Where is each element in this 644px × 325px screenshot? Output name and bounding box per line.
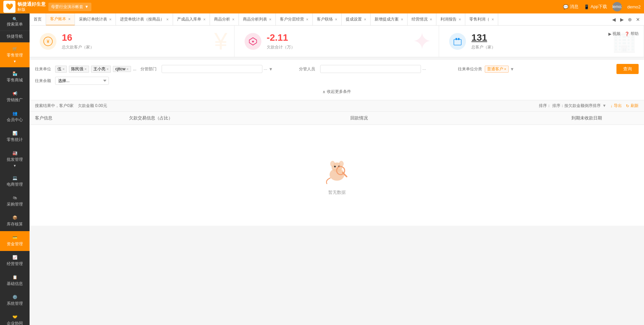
manager-input-more[interactable]: ··· [422,67,426,72]
company-filter-tags: 伍 × 陈民强 × 王小亮 × cjttcw × [55,66,136,73]
sidebar-item-purchase[interactable]: 🛍 采购管理 [0,191,30,211]
tab-home[interactable]: 首页 [30,13,46,26]
tab-close-customer-book[interactable]: × [68,17,71,22]
svg-point-11 [331,162,334,166]
tab-close-all[interactable]: ✕ [635,16,641,23]
sidebar-item-inventory[interactable]: 📦 库存核算 [0,211,30,231]
balance-select-wrapper: 选择... [55,77,109,85]
tab-close-operations[interactable]: × [430,17,432,22]
sidebar-item-ecommerce[interactable]: 💻 电商管理 [0,172,30,191]
company-tag-chen[interactable]: 陈民强 × [69,66,89,73]
sidebar-item-wholesale-mgmt[interactable]: 🏭 批发管理 ▼ [0,147,30,172]
refresh-btn[interactable]: ↻ 刷新 [626,103,639,109]
tab-product-analysis[interactable]: 商品分析 × [210,13,239,26]
table-col-debt: 欠款交易信息（占比） [129,115,350,121]
company-filter-label: 往来单位 [35,66,51,72]
department-input[interactable] [162,65,262,73]
stat-card-total: 131 总客户（家） 🏢 [439,26,644,57]
tab-next-arrow[interactable]: ▶ [618,16,625,23]
company-tag-wang[interactable]: 王小亮 × [91,66,111,73]
balance-select[interactable]: 选择... [55,77,109,85]
sidebar-item-finance[interactable]: 💳 资金管理 [0,231,30,251]
tab-operations[interactable]: 经营情况 × [407,13,436,26]
tab-close-product-analysis-list[interactable]: × [269,17,271,22]
manager-select-wrapper: ··· [320,65,454,73]
tab-retail-profit[interactable]: 零售利润（ × [465,13,498,26]
tab-inbound-stat[interactable]: 进货单统计表（按商品） × [116,13,173,26]
sidebar-quick-nav[interactable]: 快捷导航 [0,31,30,42]
svg-point-12 [340,162,343,166]
tab-close-profit-report[interactable]: × [459,17,461,22]
sidebar-item-operations[interactable]: 📈 经营管理 [0,251,30,271]
tab-raise-settings[interactable]: 提成设置 × [342,13,371,26]
tab-customer-contact[interactable]: 客户联络 × [313,13,342,26]
tab-close-purchase-order[interactable]: × [109,17,112,22]
tab-close-product-analysis[interactable]: × [232,17,234,22]
tab-customer-book[interactable]: 客户账本 × [46,13,75,26]
top-bar-left: 🧡 畅捷通好生意 标版 母婴行业演示帐套 ▼ [3,1,91,13]
tab-close-product-inbound[interactable]: × [203,17,206,22]
collapse-btn[interactable]: ∧ 收起更多条件 [35,87,639,96]
svg-rect-5 [456,38,457,40]
manager-input[interactable] [320,65,421,73]
sidebar-item-marketing[interactable]: 📢 营销推广 [0,87,30,107]
data-table: 客户信息 欠款交易信息（占比） 回款情况 到期未收款日期 [30,112,644,226]
svg-text:✦: ✦ [251,39,255,44]
tab-close-customer-segment[interactable]: × [306,17,308,22]
company-filter-more[interactable]: ... [133,67,136,71]
company-tag-wu[interactable]: 伍 × [55,66,67,73]
app-download-btn[interactable]: 📱 App下载 [584,4,607,10]
sidebar-search[interactable]: 🔍 搜索菜单 [0,13,30,31]
tab-new-raise-plan[interactable]: 新增提成方案 × [371,13,407,26]
manager-filter-label: 分管人员 [299,66,317,72]
sidebar-item-member-center[interactable]: 👥 会员中心 [0,107,30,127]
department-filter-label: 分管部门 [140,66,159,72]
department-filter-group: 分管部门 ··· ▼ [140,65,295,73]
category-tag-normal[interactable]: 普通客户 × [485,66,509,73]
table-col-due-date: 到期未收款日期 [571,115,639,121]
export-btn[interactable]: ↓ 导出 [610,103,622,109]
category-dropdown-arrow[interactable]: ▼ [510,67,514,72]
tab-close-raise-settings[interactable]: × [364,17,366,22]
tab-menu-arrow[interactable]: ⊕ [627,16,633,23]
department-select-wrapper: ··· ▼ [162,65,295,73]
stat-icon-amount: ✦ [245,33,261,50]
page-content: ¥ 16 总欠款客户（家） ¥ ✦ [30,26,644,325]
sidebar-item-retail-mall[interactable]: 🏪 零售商城 [0,67,30,87]
tab-close-inbound-stat[interactable]: × [166,17,169,22]
stat-bg-icon-2: ✦ [412,28,432,55]
department-dropdown-arrow[interactable]: ▼ [269,67,273,72]
table-header: 客户信息 欠款交易信息（占比） 回款情况 到期未收款日期 [30,112,644,125]
logo-area: 🧡 畅捷通好生意 标版 [3,1,46,13]
sidebar-item-enterprise-coop[interactable]: 🤝 企业协同 [0,311,30,325]
stat-card-amount: ✦ -2.11 欠款合计（万） ✦ [234,26,439,57]
tab-product-analysis-list[interactable]: 商品分析列表 × [239,13,276,26]
tab-close-customer-contact[interactable]: × [335,17,337,22]
sidebar-item-basic-info[interactable]: 📋 基础信息 [0,271,30,291]
manager-filter-group: 分管人员 ··· [299,65,454,73]
tab-purchase-order[interactable]: 采购订单统计表 × [75,13,116,26]
sidebar-item-system[interactable]: ⚙️ 系统管理 [0,291,30,311]
department-input-more[interactable]: ··· [264,67,267,72]
stat-info-customers: 16 总欠款客户（家） [62,32,94,50]
search-button[interactable]: 查询 [616,64,639,74]
tab-close-new-raise-plan[interactable]: × [401,17,403,22]
sidebar-item-retail-mgmt[interactable]: 🛒 零售管理 ▼ [0,42,30,67]
help-btn[interactable]: ❓ 帮助 [625,31,639,37]
sidebar: 🔍 搜索菜单 快捷导航 🛒 零售管理 ▼ 🏪 零售商城 📢 营销推广 👥 会员中… [0,13,30,325]
avatar[interactable]: demo2 [612,2,622,11]
stat-icon-customers: ¥ [40,33,56,50]
message-btn[interactable]: 💬 消息 [563,4,578,10]
tab-customer-segment[interactable]: 客户分层经营 × [276,13,313,26]
company-tag-cjttcw[interactable]: cjttcw × [113,66,131,72]
svg-rect-6 [458,38,460,40]
stat-value-customers: 16 [62,32,94,43]
tab-product-inbound[interactable]: 产成品入库单 × [173,13,210,26]
account-selector[interactable]: 母婴行业演示帐套 ▼ [48,3,91,11]
video-help-btn[interactable]: ▶ 视频 [608,31,620,37]
top-bar: 🧡 畅捷通好生意 标版 母婴行业演示帐套 ▼ 💬 消息 📱 App下载 demo… [0,0,644,13]
sidebar-item-retail-stats[interactable]: 📊 零售统计 [0,127,30,147]
tab-profit-report[interactable]: 利润报告 × [436,13,465,26]
tab-prev-arrow[interactable]: ◀ [610,16,617,23]
tab-close-retail-profit[interactable]: × [491,17,494,22]
